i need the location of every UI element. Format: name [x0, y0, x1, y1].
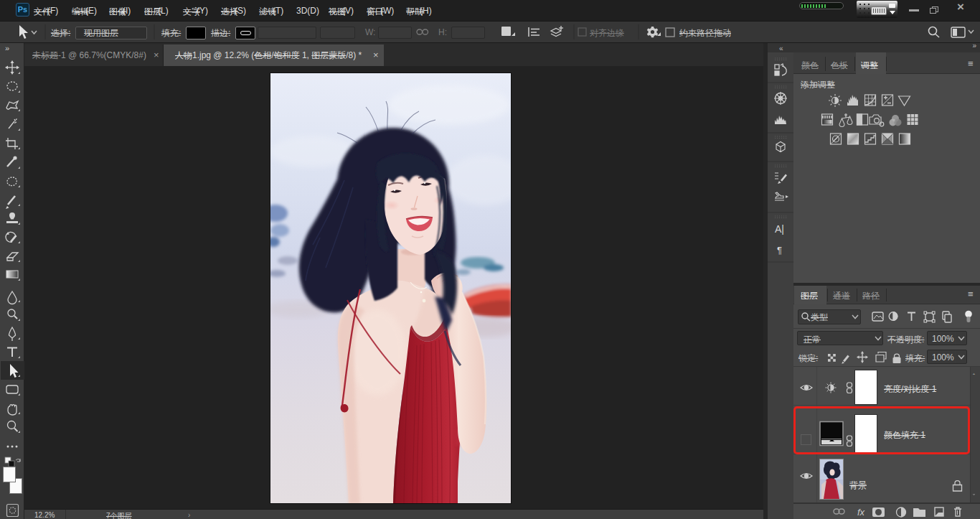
svg-text:A|: A|	[775, 223, 784, 235]
svg-text:«: «	[779, 45, 783, 52]
svg-text:fx: fx	[857, 507, 865, 518]
svg-text:»: »	[5, 44, 9, 52]
svg-text:¶: ¶	[777, 245, 782, 256]
